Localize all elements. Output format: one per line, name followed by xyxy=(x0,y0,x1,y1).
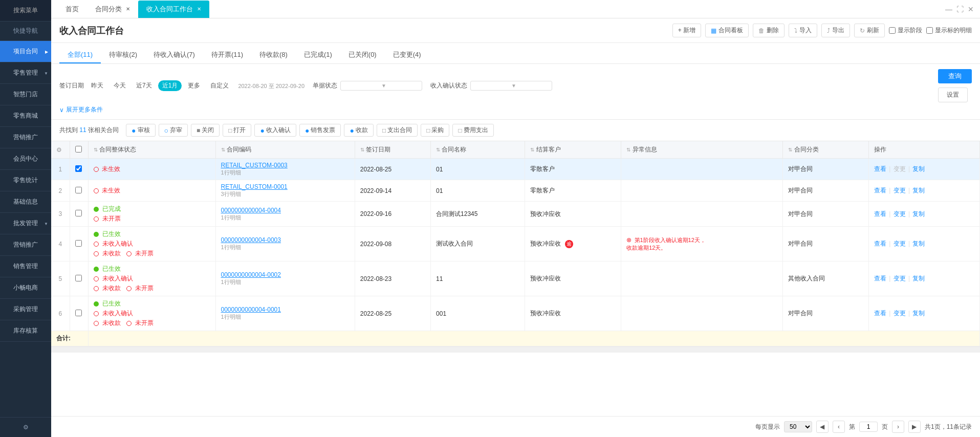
th-sign-date[interactable]: ⇅ 签订日期 xyxy=(355,141,430,159)
cell-checkbox[interactable] xyxy=(70,159,88,180)
sidebar-item-retail-stat[interactable]: 零售统计 xyxy=(0,170,51,191)
cell-checkbox[interactable] xyxy=(70,227,88,261)
sidebar-item-sales-mgmt[interactable]: 销售管理 xyxy=(0,256,51,277)
sidebar-item-retail-mall[interactable]: 零售商城 xyxy=(0,105,51,127)
th-name[interactable]: ⇅ 合同名称 xyxy=(431,141,525,159)
sidebar-item-inventory[interactable]: 库存核算 xyxy=(0,320,51,342)
refresh-button[interactable]: ↻ 刷新 xyxy=(854,24,885,37)
date-opt-custom[interactable]: 自定义 xyxy=(206,80,233,91)
contract-code-link[interactable]: 0000000000004-0002 xyxy=(221,271,281,278)
cell-checkbox[interactable] xyxy=(70,261,88,296)
th-checkbox[interactable] xyxy=(70,141,88,159)
contract-code-link[interactable]: RETAIL_CUSTOM-0003 xyxy=(221,162,288,169)
op-view[interactable]: 查看 xyxy=(874,240,886,247)
tab-home[interactable]: 首页 xyxy=(57,1,87,18)
op-copy[interactable]: 复制 xyxy=(912,187,925,194)
op-copy[interactable]: 复制 xyxy=(912,165,925,172)
date-opt-yesterday[interactable]: 昨天 xyxy=(87,80,107,91)
cell-checkbox[interactable] xyxy=(70,180,88,202)
sidebar-item-retail-mgmt[interactable]: 零售管理 ▼ xyxy=(0,62,51,84)
toolbar-income-confirm-btn[interactable]: ● 收入确认 xyxy=(254,124,296,137)
th-code[interactable]: ⇅ 合同编码 xyxy=(215,141,355,159)
toolbar-sales-invoice-btn[interactable]: ● 销售发票 xyxy=(299,124,341,137)
date-opt-today[interactable]: 今天 xyxy=(110,80,130,91)
op-view[interactable]: 查看 xyxy=(874,187,886,194)
sidebar-quick-nav[interactable]: 快捷导航 xyxy=(0,21,51,41)
th-abnormal[interactable]: ⇅ 异常信息 xyxy=(621,141,783,159)
op-copy[interactable]: 复制 xyxy=(912,240,925,247)
cell-checkbox[interactable] xyxy=(70,202,88,227)
date-opt-7days[interactable]: 近7天 xyxy=(132,80,156,91)
toolbar-out-contract-btn[interactable]: □ 支出合同 xyxy=(377,124,418,137)
op-view[interactable]: 查看 xyxy=(874,165,886,172)
sidebar-item-smart-store[interactable]: 智慧门店 xyxy=(0,84,51,105)
filter-tab-changed[interactable]: 已变更(4) xyxy=(385,47,429,63)
import-button[interactable]: ⤵ 导入 xyxy=(789,24,817,37)
sidebar-item-xiaochangec[interactable]: 小畅电商 xyxy=(0,277,51,299)
op-view[interactable]: 查看 xyxy=(874,275,886,282)
op-change[interactable]: 变更 xyxy=(894,310,906,317)
tab-contract-type-close[interactable]: ✕ xyxy=(126,6,130,12)
sidebar-item-marketing2[interactable]: 营销推广 xyxy=(0,234,51,256)
doc-status-select[interactable]: ▼ xyxy=(340,81,422,91)
prev-page-btn[interactable]: ‹ xyxy=(833,421,845,433)
expand-more-btn[interactable]: ∨ 展开更多条件 xyxy=(59,105,972,114)
op-change[interactable]: 变更 xyxy=(894,210,906,217)
last-page-btn[interactable]: ▶ xyxy=(908,421,921,433)
filter-tab-pending-receive[interactable]: 待收款(8) xyxy=(251,47,296,63)
set-button[interactable]: 设置 xyxy=(938,88,968,102)
th-customer[interactable]: ⇅ 结算客户 xyxy=(525,141,621,159)
sidebar-item-member[interactable]: 会员中心 xyxy=(0,148,51,170)
op-change[interactable]: 变更 xyxy=(894,275,906,282)
tab-window-close[interactable]: ✕ xyxy=(968,5,974,13)
contract-code-link[interactable]: 0000000000004-0003 xyxy=(221,236,281,244)
th-status[interactable]: ⇅ 合同整体状态 xyxy=(88,141,215,159)
tab-window-minimize[interactable]: — xyxy=(945,5,952,13)
toolbar-print-btn[interactable]: □ 打开 xyxy=(223,124,251,137)
delete-button[interactable]: 🗑 删除 xyxy=(753,24,785,37)
export-button[interactable]: ⤴ 导出 xyxy=(821,24,850,37)
filter-tab-all[interactable]: 全部(11) xyxy=(59,47,101,63)
query-button[interactable]: 查询 xyxy=(938,69,972,83)
filter-tab-pending-review[interactable]: 待审核(2) xyxy=(101,47,145,63)
contract-code-link[interactable]: RETAIL_CUSTOM-0001 xyxy=(221,183,288,190)
toolbar-purchase-btn[interactable]: □ 采购 xyxy=(421,124,449,137)
sidebar-item-batch-mgmt[interactable]: 批发管理 ▼ xyxy=(0,213,51,234)
th-gear[interactable]: ⚙ xyxy=(51,141,70,159)
sidebar-item-basic-info[interactable]: 基础信息 xyxy=(0,191,51,213)
tab-income-contract-close[interactable]: ✕ xyxy=(197,6,201,12)
sidebar-settings[interactable]: ⚙ xyxy=(0,417,51,437)
toolbar-receive-btn[interactable]: ● 收款 xyxy=(344,124,373,137)
filter-tab-pending-invoice[interactable]: 待开票(11) xyxy=(203,47,251,63)
op-view[interactable]: 查看 xyxy=(874,210,886,217)
page-size-select[interactable]: 50 10 20 100 xyxy=(784,421,812,432)
income-confirm-select[interactable]: ▼ xyxy=(470,81,552,91)
show-marked-checkbox[interactable]: 显示标的明细 xyxy=(926,26,972,35)
contract-code-link[interactable]: 0000000000004-0001 xyxy=(221,306,281,313)
sidebar-item-purchase[interactable]: 采购管理 xyxy=(0,299,51,320)
show-stages-checkbox[interactable]: 显示阶段 xyxy=(889,26,922,35)
op-change[interactable]: 变更 xyxy=(894,240,906,247)
op-change[interactable]: 变更 xyxy=(894,187,906,194)
page-input[interactable] xyxy=(859,422,878,432)
contract-code-link[interactable]: 0000000000004-0004 xyxy=(221,207,281,214)
filter-tab-pending-income[interactable]: 待收入确认(7) xyxy=(145,47,203,63)
first-page-btn[interactable]: ◀ xyxy=(816,421,829,433)
date-opt-1month[interactable]: 近1月 xyxy=(158,80,182,91)
sidebar-search[interactable]: 搜索菜单 xyxy=(0,0,51,21)
toolbar-close-btn[interactable]: ■ 关闭 xyxy=(191,124,220,137)
op-copy[interactable]: 复制 xyxy=(912,210,925,217)
new-button[interactable]: + 新增 xyxy=(672,24,701,37)
op-copy[interactable]: 复制 xyxy=(912,275,925,282)
filter-tab-completed[interactable]: 已完成(1) xyxy=(296,47,340,63)
contract-board-button[interactable]: ▦ 合同看板 xyxy=(705,24,749,37)
sidebar-item-project[interactable]: 项目合同 ▶ xyxy=(0,41,51,62)
tab-window-restore[interactable]: ⛶ xyxy=(956,5,964,13)
select-all-checkbox[interactable] xyxy=(75,146,82,152)
toolbar-review-btn[interactable]: ● 审核 xyxy=(126,124,155,137)
date-opt-more[interactable]: 更多 xyxy=(184,80,204,91)
op-view[interactable]: 查看 xyxy=(874,310,886,317)
tab-contract-type[interactable]: 合同分类 ✕ xyxy=(87,1,138,18)
op-copy[interactable]: 复制 xyxy=(912,310,925,317)
cell-checkbox[interactable] xyxy=(70,296,88,331)
